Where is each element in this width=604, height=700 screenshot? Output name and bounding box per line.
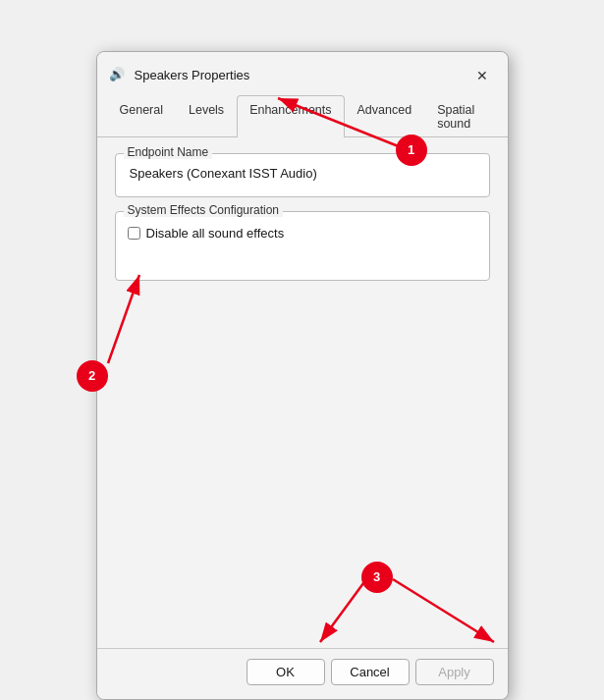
annotation-2: 2 [77, 360, 108, 392]
tab-content: Endpoint Name Speakers (Conexant ISST Au… [97, 137, 508, 648]
tab-enhancements[interactable]: Enhancements [237, 95, 344, 137]
tab-advanced[interactable]: Advanced [345, 95, 425, 137]
cancel-button[interactable]: Cancel [331, 659, 410, 685]
endpoint-name-label: Endpoint Name [124, 145, 213, 159]
footer-buttons: OK Cancel Apply [97, 648, 508, 699]
window-title: Speakers Properties [135, 68, 250, 82]
system-effects-label: System Effects Configuration [124, 203, 284, 217]
system-effects-section: System Effects Configuration Disable all… [115, 211, 490, 281]
tab-bar: General Levels Enhancements Advanced Spa… [97, 95, 508, 137]
disable-sound-effects-checkbox-label[interactable]: Disable all sound effects [146, 226, 285, 241]
annotation-1: 1 [396, 135, 427, 166]
disable-sound-effects-row: Disable all sound effects [128, 226, 477, 241]
title-bar-left: 🔊 Speakers Properties [109, 67, 250, 84]
title-bar: 🔊 Speakers Properties ✕ [97, 52, 508, 95]
apply-button[interactable]: Apply [415, 659, 494, 685]
endpoint-name-value: Speakers (Conexant ISST Audio) [128, 162, 477, 185]
ok-button[interactable]: OK [247, 659, 325, 685]
close-button[interactable]: ✕ [468, 62, 496, 89]
disable-sound-effects-checkbox[interactable] [128, 227, 140, 240]
tab-levels[interactable]: Levels [176, 95, 237, 137]
annotation-3: 3 [361, 562, 393, 593]
endpoint-name-section: Endpoint Name Speakers (Conexant ISST Au… [115, 153, 490, 197]
tab-general[interactable]: General [107, 95, 176, 137]
speakers-properties-dialog: 🔊 Speakers Properties ✕ General Levels E… [96, 51, 509, 700]
tab-spatial-sound[interactable]: Spatial sound [424, 95, 497, 137]
speaker-icon: 🔊 [109, 67, 127, 84]
